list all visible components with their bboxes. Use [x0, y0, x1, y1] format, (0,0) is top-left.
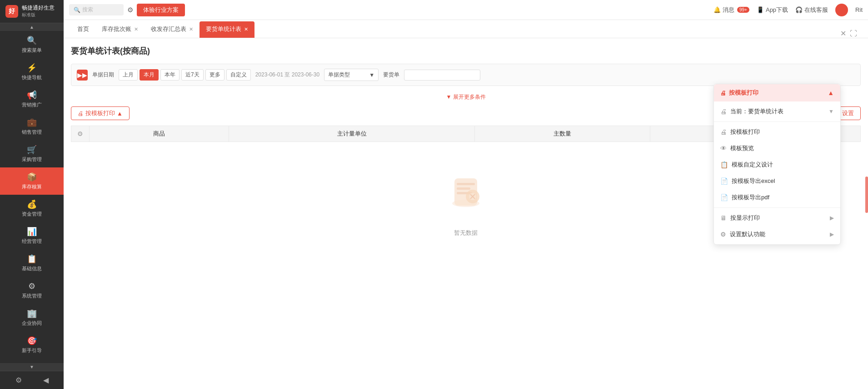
- purchase-icon: 🛒: [27, 145, 37, 155]
- sidebar-item-finance[interactable]: 💰 资金管理: [0, 195, 64, 222]
- empty-text: 暂无数据: [454, 229, 478, 237]
- bell-icon: 🔔: [713, 6, 721, 13]
- sidebar-nav: 🔍 搜索菜单 ⚡ 快捷导航 📢 营销推广 💼 销售管理 🛒 采购管理 📦 库存核…: [0, 31, 64, 363]
- export-pdf-icon: 📄: [720, 194, 728, 201]
- print-label: 按模板打印: [85, 109, 115, 117]
- print-template-button[interactable]: 🖨 按模板打印 ▲: [71, 106, 130, 120]
- date-btn-this-month[interactable]: 本月: [140, 69, 159, 81]
- empty-illustration: [443, 169, 489, 223]
- dropdown-display-section: 🖥 按显示打印 ▶ ⚙ 设置默认功能 ▶: [714, 208, 840, 244]
- printer-header-icon: 🖨: [720, 90, 726, 96]
- quick-nav-icon: ⚡: [27, 63, 37, 73]
- date-btn-this-year[interactable]: 本年: [160, 69, 180, 81]
- sidebar-item-sales-label: 销售管理: [22, 129, 42, 136]
- sidebar-item-app-center[interactable]: 📱 应用中心: [0, 359, 64, 363]
- sidebar-item-operations[interactable]: 📊 经营管理: [0, 222, 64, 249]
- sidebar-item-system[interactable]: ⚙ 系统管理: [0, 277, 64, 304]
- sidebar-scroll-up[interactable]: ▲: [0, 23, 64, 31]
- sidebar-item-quick-nav-label: 快捷导航: [22, 74, 42, 81]
- filter-expand-toggle[interactable]: ▶▶: [77, 70, 88, 81]
- dropdown-current-template[interactable]: 🖨 当前：要货单统计表 ▼: [714, 103, 840, 120]
- sidebar-item-purchase-label: 采购管理: [22, 156, 42, 163]
- dropdown-header[interactable]: 🖨 按模板打印 ▲: [714, 84, 840, 101]
- sidebar-scroll-down[interactable]: ▼: [0, 363, 64, 371]
- sidebar-item-marketing[interactable]: 📢 营销推广: [0, 86, 64, 113]
- dropdown-current-arrow: ▼: [828, 108, 834, 115]
- goods-filter-input[interactable]: [404, 70, 480, 81]
- date-filter-label: 单据日期: [92, 71, 114, 79]
- date-btn-last-7-days[interactable]: 近7天: [181, 69, 204, 81]
- home-tab-label: 首页: [77, 25, 89, 33]
- basic-info-icon: 📋: [27, 254, 37, 264]
- tab-close-all-icon[interactable]: ✕: [840, 29, 846, 38]
- phone-icon: 📱: [757, 6, 764, 13]
- dropdown-current-section: 🖨 当前：要货单统计表 ▼: [714, 101, 840, 122]
- sidebar-item-search[interactable]: 🔍 搜索菜单: [0, 31, 64, 58]
- expand-icon: ▼: [446, 94, 453, 100]
- messages-item[interactable]: 🔔 消息 99+: [713, 6, 749, 14]
- search-icon-topbar: 🔍: [74, 7, 80, 13]
- expand-more-label: 展开更多条件: [453, 94, 486, 100]
- headset-icon: 🎧: [795, 6, 803, 13]
- date-range-display: 2023-06-01 至 2023-06-30: [255, 71, 319, 79]
- scroll-indicator: [865, 177, 868, 213]
- search-icon: 🔍: [27, 35, 37, 45]
- online-service-item[interactable]: 🎧 在线客服: [795, 6, 828, 14]
- dropdown-header-arrow-icon: ▲: [828, 89, 834, 96]
- inventory-icon: 📦: [27, 172, 37, 182]
- tab-order-stats[interactable]: 要货单统计表 ✕: [200, 21, 254, 38]
- sidebar-item-newbie[interactable]: 🎯 新手引导: [0, 331, 64, 359]
- dropdown-item-export-excel[interactable]: 📄 按模板导出excel: [714, 173, 840, 189]
- newbie-icon: 🎯: [27, 336, 37, 346]
- sidebar-item-quick-nav[interactable]: ⚡ 快捷导航: [0, 58, 64, 86]
- dropdown-item-export-pdf[interactable]: 📄 按模板导出pdf: [714, 189, 840, 206]
- receive-summary-tab-label: 收发存汇总表: [151, 25, 186, 33]
- user-name[interactable]: Rit: [855, 6, 863, 13]
- dropdown-item-template-design[interactable]: 📋 模板自定义设计: [714, 157, 840, 173]
- dropdown-header-title-text: 按模板打印: [729, 89, 758, 97]
- print-icon: 🖨: [78, 110, 84, 117]
- page-content: 要货单统计表(按商品) ▶▶ 单据日期 上月 本月 本年 近7天 更多 自定义 …: [64, 38, 868, 389]
- dropdown-item-template-print[interactable]: 🖨 按模板打印: [714, 124, 840, 140]
- topbar-search[interactable]: 🔍 搜索: [69, 4, 124, 15]
- receive-summary-tab-close[interactable]: ✕: [189, 26, 193, 32]
- order-stats-tab-close[interactable]: ✕: [244, 26, 248, 32]
- inventory-batch-tab-close[interactable]: ✕: [134, 26, 138, 32]
- sidebar-item-basic-info[interactable]: 📋 基础信息: [0, 249, 64, 277]
- inventory-batch-tab-label: 库存批次账: [102, 25, 131, 33]
- sidebar-item-sales[interactable]: 💼 销售管理: [0, 113, 64, 140]
- table-settings-icon[interactable]: ⚙: [77, 130, 83, 137]
- tab-expand-icon[interactable]: ⛶: [850, 30, 857, 38]
- logo-text-group: 畅捷通好生意 标准版: [22, 5, 55, 18]
- trial-industry-button[interactable]: 体验行业方案: [137, 4, 185, 16]
- sidebar-settings-icon[interactable]: ⚙: [15, 376, 22, 384]
- date-btn-more[interactable]: 更多: [205, 69, 224, 81]
- tab-home[interactable]: 首页: [71, 21, 95, 38]
- sales-icon: 💼: [27, 117, 37, 127]
- app-download-item[interactable]: 📱 App下载: [757, 6, 788, 14]
- svg-rect-2: [457, 183, 475, 185]
- app-logo: 好 畅捷通好生意 标准版: [0, 0, 64, 23]
- sidebar-toggle-icon[interactable]: ◀: [43, 376, 49, 384]
- col-settings[interactable]: ⚙: [71, 126, 90, 142]
- sidebar-item-enterprise[interactable]: 🏢 企业协同: [0, 304, 64, 331]
- dropdown-item-template-preview[interactable]: 👁 模板预览: [714, 140, 840, 157]
- bill-type-select[interactable]: 单据类型 ▼: [324, 69, 379, 81]
- dropdown-item-display-print[interactable]: 🖥 按显示打印 ▶: [714, 210, 840, 226]
- dropdown-item-set-default[interactable]: ⚙ 设置默认功能 ▶: [714, 226, 840, 242]
- enterprise-icon: 🏢: [27, 308, 37, 318]
- date-btn-last-month[interactable]: 上月: [119, 69, 138, 81]
- dropdown-header-title: 🖨 按模板打印: [720, 89, 758, 97]
- svg-rect-3: [457, 187, 470, 190]
- date-btn-custom[interactable]: 自定义: [226, 69, 251, 81]
- tab-inventory-batch[interactable]: 库存批次账 ✕: [95, 21, 145, 38]
- date-filter-group: 上月 本月 本年 近7天 更多 自定义: [119, 69, 251, 81]
- tab-receive-summary[interactable]: 收发存汇总表 ✕: [145, 21, 200, 38]
- display-print-arrow: ▶: [830, 215, 834, 221]
- export-excel-icon: 📄: [720, 177, 728, 185]
- avatar[interactable]: [835, 4, 848, 16]
- sidebar-item-purchase[interactable]: 🛒 采购管理: [0, 140, 64, 167]
- gear-icon[interactable]: ⚙: [127, 6, 133, 14]
- set-default-arrow: ▶: [830, 231, 834, 237]
- sidebar-item-inventory[interactable]: 📦 库存核算: [0, 167, 64, 195]
